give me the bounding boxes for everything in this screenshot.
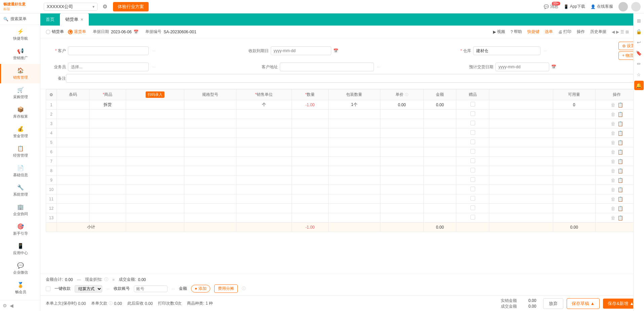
sidebar-item-sales[interactable]: 🏠 销售管理	[0, 64, 40, 83]
shortcut-action[interactable]: 快捷键	[526, 28, 541, 35]
row-unit[interactable]: 个	[236, 100, 292, 110]
copy-icon[interactable]: 📋	[617, 121, 623, 126]
gift-checkbox[interactable]	[470, 205, 475, 210]
copy-icon[interactable]: 📋	[617, 206, 623, 211]
right-icon-3[interactable]: ↩	[634, 38, 644, 47]
payment-checkbox[interactable]	[46, 286, 50, 291]
payment-method-select[interactable]: 结算方式	[75, 285, 102, 293]
sidebar-item-operations[interactable]: 📋 经营管理	[0, 142, 40, 161]
history-action[interactable]: 历史单据	[589, 28, 608, 35]
right-icon-7[interactable]: 🔔	[634, 81, 644, 90]
row-quantity[interactable]: -1.00	[292, 100, 328, 110]
delete-icon[interactable]: 🗑	[611, 121, 615, 126]
tab-home[interactable]: 首页	[40, 13, 60, 26]
sidebar-item-marketing[interactable]: 📢 营销推广	[0, 44, 40, 64]
delete-icon[interactable]: 🗑	[611, 102, 615, 108]
col-scan-btn[interactable]: 扫码录入	[126, 89, 184, 100]
gift-checkbox[interactable]	[470, 111, 475, 116]
list-view-icon[interactable]: ☰	[620, 30, 624, 34]
gift-checkbox[interactable]	[470, 187, 475, 191]
sidebar-item-basic[interactable]: 📄 基础信息	[0, 161, 40, 181]
delete-icon[interactable]: 🗑	[611, 149, 615, 155]
row-barcode[interactable]	[57, 100, 89, 110]
row-spec[interactable]	[184, 100, 236, 110]
prev-icon[interactable]: ◀	[612, 30, 615, 34]
row-product[interactable]: 拆货	[89, 100, 126, 110]
settings-icon[interactable]: ⚙	[100, 2, 110, 11]
payment-calendar-icon[interactable]: 📅	[333, 48, 338, 53]
copy-icon[interactable]: 📋	[617, 112, 623, 117]
calendar-icon[interactable]: 📅	[134, 30, 139, 34]
tab-sales-order[interactable]: 销货单 ✕	[60, 13, 89, 26]
gift-checkbox[interactable]	[470, 158, 475, 163]
copy-icon[interactable]: 📋	[617, 168, 623, 173]
print-action[interactable]: 🖨 打印	[557, 28, 573, 35]
delete-icon[interactable]: 🗑	[611, 215, 615, 221]
copy-icon[interactable]: 📋	[617, 215, 623, 221]
delete-icon[interactable]: 🗑	[611, 112, 615, 117]
settings-bottom-icon[interactable]: ⚙	[3, 303, 7, 308]
scan-button[interactable]: 扫码录入	[146, 91, 164, 98]
copy-icon[interactable]: 📋	[617, 130, 623, 136]
row-gift[interactable]	[456, 100, 489, 110]
gift-checkbox[interactable]	[470, 196, 475, 201]
table-container[interactable]: ⚙ 条码 *商品 扫码录入 规格型号 *销售单位 *数量 包装数量 单价 ⓘ 金…	[40, 89, 644, 274]
grid-view-icon[interactable]: ⊞	[626, 30, 629, 34]
return-order-radio[interactable]: 退货单	[68, 29, 86, 35]
save-draft-button[interactable]: 保存草稿 ▲	[567, 298, 600, 309]
sidebar-item-quick-nav[interactable]: ⚡ 快捷导航	[0, 25, 40, 44]
copy-icon[interactable]: 📋	[617, 140, 623, 145]
sidebar-item-app[interactable]: 📱 应用中心	[0, 239, 40, 259]
address-more-icon[interactable]: ···	[376, 65, 382, 69]
sidebar-item-enterprise[interactable]: 🏢 企业协同	[0, 200, 40, 220]
row-amount[interactable]: 0.00	[423, 100, 456, 110]
sales-order-radio[interactable]: 销货单	[46, 29, 64, 35]
operate-action[interactable]: 操作	[575, 28, 586, 35]
delete-icon[interactable]: 🗑	[611, 178, 615, 183]
sidebar-item-purchase[interactable]: 🛒 采购管理	[0, 83, 40, 103]
avatar[interactable]	[618, 2, 628, 11]
sidebar-item-inventory[interactable]: 📦 库存核算	[0, 103, 40, 122]
video-action[interactable]: ▶ 视频	[492, 28, 506, 35]
delete-icon[interactable]: 🗑	[611, 206, 615, 211]
right-icon-4[interactable]: 🔖	[634, 48, 644, 58]
sidebar-item-finance[interactable]: 💰 资金管理	[0, 122, 40, 142]
next-icon[interactable]: ▶	[616, 30, 619, 34]
account-more[interactable]: ···	[172, 286, 175, 291]
customer-address-input[interactable]	[280, 63, 374, 71]
account-input[interactable]	[134, 285, 167, 292]
discount-help-icon[interactable]: ⓘ	[104, 277, 108, 282]
discard-button[interactable]: 放弃	[543, 298, 563, 309]
cumulative-help[interactable]: ⓘ	[109, 301, 113, 306]
copy-icon[interactable]: 📋	[617, 159, 623, 164]
add-button[interactable]: ● 添加	[191, 285, 210, 293]
delete-icon[interactable]: 🗑	[611, 130, 615, 136]
delete-icon[interactable]: 🗑	[611, 168, 615, 173]
delete-icon[interactable]: 🗑	[611, 196, 615, 202]
help-action[interactable]: ? 帮助	[509, 28, 523, 35]
row-pkg-qty[interactable]: 1个	[328, 100, 380, 110]
company-selector[interactable]: XXXXXX公司 ▾	[44, 3, 98, 11]
gift-checkbox[interactable]	[470, 168, 475, 172]
sidebar-item-member[interactable]: 🏅 畅会员	[0, 278, 40, 298]
payment-method-more[interactable]: ···	[106, 286, 110, 291]
fee-tab-button[interactable]: 费用分摊	[214, 284, 238, 293]
collapse-icon[interactable]: ◀	[10, 303, 13, 308]
sidebar-item-system[interactable]: 🔧 系统管理	[0, 181, 40, 200]
delete-icon[interactable]: 🗑	[611, 140, 615, 145]
tab-close-icon[interactable]: ✕	[80, 17, 83, 22]
gift-checkbox[interactable]	[470, 130, 475, 135]
copy-icon[interactable]: 📋	[617, 149, 623, 155]
delivery-calendar-icon[interactable]: 📅	[551, 65, 556, 69]
fee-help-icon[interactable]: ⓘ	[242, 286, 246, 291]
notes-input[interactable]	[66, 74, 639, 83]
right-icon-1[interactable]: ⊞	[634, 16, 644, 26]
copy-icon[interactable]: 📋	[617, 102, 623, 108]
salesperson-input[interactable]	[68, 63, 149, 71]
col-settings[interactable]: ⚙	[46, 89, 57, 100]
sidebar-item-wechat[interactable]: 💬 企业微信	[0, 259, 40, 278]
select-action[interactable]: 选单	[543, 28, 554, 35]
trial-button[interactable]: 体验行业方案	[113, 2, 149, 11]
sidebar-item-guide[interactable]: 🎯 新手引导	[0, 220, 40, 239]
copy-icon[interactable]: 📋	[617, 196, 623, 202]
